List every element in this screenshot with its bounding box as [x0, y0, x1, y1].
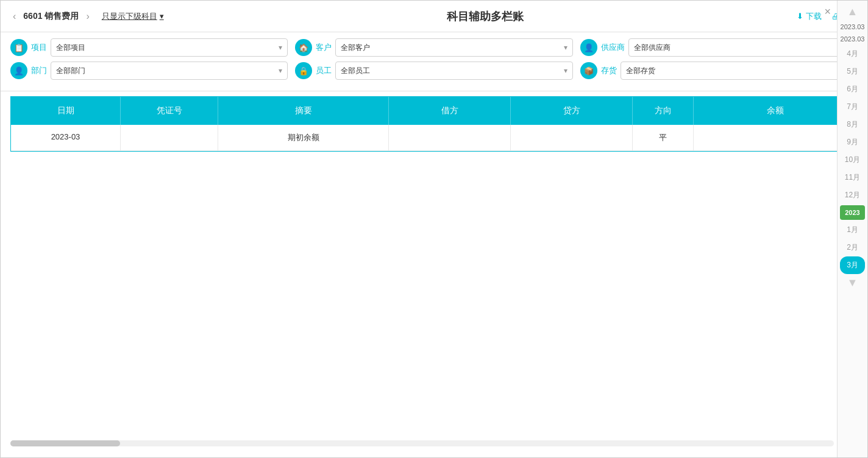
- timeline-up-button[interactable]: ▲: [845, 3, 861, 21]
- cell-debit: [389, 125, 511, 150]
- table-header: 日期 凭证号 摘要 借方 贷方 方向 余额: [11, 97, 857, 125]
- prev-account-button[interactable]: ‹: [10, 11, 18, 22]
- timeline-sidebar: ▲ 2023.03 2023.03 4月 5月 6月 7月 8月 9月 10月 …: [837, 1, 867, 458]
- supplier-icon: 👤: [580, 39, 597, 56]
- filter-area: 📋 项目 全部项目 ▾ 🏠 客户 全部客户 ▾ 👤 供应商: [1, 32, 867, 91]
- customer-label: 客户: [316, 42, 332, 53]
- timeline-item-4[interactable]: 4月: [838, 45, 867, 63]
- header: ‹ 6601 销售费用 › 只显示下级科目 ▾ 科目辅助多栏账 ⬇ 下载 🖨 打…: [1, 1, 867, 32]
- supplier-label: 供应商: [601, 42, 625, 53]
- customer-icon: 🏠: [295, 39, 312, 56]
- project-filter: 📋 项目 全部项目 ▾: [10, 38, 288, 57]
- table-body: 2023-03 期初余额 平: [11, 125, 857, 151]
- timeline-item-5[interactable]: 5月: [838, 63, 867, 80]
- timeline-item-12[interactable]: 12月: [838, 186, 867, 204]
- project-label: 项目: [31, 42, 47, 53]
- main-window: × ‹ 6601 销售费用 › 只显示下级科目 ▾ 科目辅助多栏账 ⬇ 下载 🖨…: [0, 0, 868, 458]
- project-icon: 📋: [10, 39, 27, 56]
- cell-date: 2023-03: [11, 125, 121, 150]
- table-container: 日期 凭证号 摘要 借方 贷方 方向 余额 2023-03 期初余额 平: [10, 96, 858, 152]
- col-date: 日期: [11, 97, 121, 125]
- staff-label: 员工: [316, 65, 332, 76]
- inventory-value: 全部存货: [626, 66, 655, 76]
- project-arrow: ▾: [279, 43, 282, 52]
- col-voucher: 凭证号: [121, 97, 218, 125]
- supplier-value: 全部供应商: [634, 43, 671, 53]
- chevron-down-icon: ▾: [160, 12, 164, 21]
- account-code: 6601 销售费用: [18, 11, 84, 22]
- timeline-entry-2023-03-1[interactable]: 2023.03: [838, 21, 867, 33]
- timeline-year-2023[interactable]: 2023: [840, 205, 865, 220]
- cell-summary: 期初余额: [218, 125, 389, 150]
- timeline-entry-2023-03-2[interactable]: 2023.03: [838, 33, 867, 45]
- inventory-filter: 📦 存货 全部存货 ▾: [580, 62, 858, 80]
- table-row: 2023-03 期初余额 平: [11, 125, 857, 151]
- inventory-select[interactable]: 全部存货 ▾: [621, 62, 858, 80]
- filter-row-1: 📋 项目 全部项目 ▾ 🏠 客户 全部客户 ▾ 👤 供应商: [10, 38, 858, 57]
- supplier-filter: 👤 供应商 全部供应商 ▾: [580, 38, 858, 57]
- project-value: 全部项目: [56, 43, 85, 53]
- timeline-item-jan[interactable]: 1月: [838, 221, 867, 239]
- dept-label: 部门: [31, 65, 47, 76]
- download-icon: ⬇: [797, 12, 803, 21]
- customer-value: 全部客户: [341, 43, 370, 53]
- timeline-item-mar-active[interactable]: 3月: [840, 256, 865, 274]
- close-button[interactable]: ×: [824, 5, 831, 18]
- col-debit: 借方: [389, 97, 511, 125]
- inventory-icon: 📦: [580, 62, 597, 79]
- page-title: 科目辅助多栏账: [174, 9, 797, 24]
- supplier-select[interactable]: 全部供应商 ▾: [628, 38, 858, 57]
- cell-balance: [694, 125, 857, 150]
- timeline-item-10[interactable]: 10月: [838, 151, 867, 169]
- col-balance: 余额: [694, 97, 857, 125]
- dept-value: 全部部门: [56, 66, 85, 76]
- cell-credit: [511, 125, 633, 150]
- customer-arrow: ▾: [564, 43, 567, 52]
- dept-icon: 👤: [10, 62, 27, 79]
- dept-arrow: ▾: [279, 66, 282, 75]
- next-account-button[interactable]: ›: [84, 11, 91, 22]
- staff-arrow: ▾: [564, 66, 567, 75]
- staff-value: 全部员工: [341, 66, 370, 76]
- cell-voucher: [121, 125, 218, 150]
- timeline-item-9[interactable]: 9月: [838, 133, 867, 151]
- scroll-thumb: [10, 440, 120, 446]
- col-direction: 方向: [633, 97, 694, 125]
- col-summary: 摘要: [218, 97, 389, 125]
- customer-select[interactable]: 全部客户 ▾: [335, 38, 572, 57]
- inventory-label: 存货: [601, 65, 617, 76]
- timeline-item-6[interactable]: 6月: [838, 80, 867, 98]
- staff-icon: 🔒: [295, 62, 312, 79]
- timeline-item-7[interactable]: 7月: [838, 98, 867, 116]
- staff-select[interactable]: 全部员工 ▾: [335, 62, 572, 80]
- dept-filter: 👤 部门 全部部门 ▾: [10, 62, 288, 80]
- timeline-item-11[interactable]: 11月: [838, 169, 867, 186]
- project-select[interactable]: 全部项目 ▾: [51, 38, 288, 57]
- horizontal-scrollbar[interactable]: [10, 440, 834, 446]
- staff-filter: 🔒 员工 全部员工 ▾: [295, 62, 572, 80]
- col-credit: 贷方: [511, 97, 633, 125]
- show-sub-label: 只显示下级科目: [102, 11, 157, 22]
- show-sub-button[interactable]: 只显示下级科目 ▾: [92, 11, 174, 22]
- filter-row-2: 👤 部门 全部部门 ▾ 🔒 员工 全部员工 ▾ 📦 存货: [10, 62, 858, 80]
- timeline-item-feb[interactable]: 2月: [838, 239, 867, 256]
- timeline-item-8[interactable]: 8月: [838, 116, 867, 133]
- download-button[interactable]: ⬇ 下载: [797, 11, 822, 22]
- cell-direction: 平: [633, 125, 694, 150]
- timeline-down-button[interactable]: ▼: [845, 274, 861, 292]
- dept-select[interactable]: 全部部门 ▾: [51, 62, 288, 80]
- customer-filter: 🏠 客户 全部客户 ▾: [295, 38, 572, 57]
